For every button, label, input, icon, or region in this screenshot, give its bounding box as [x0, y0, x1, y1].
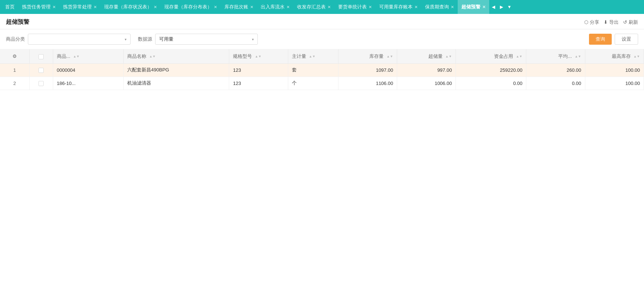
share-icon: ⬡ — [584, 19, 588, 25]
cell-index: 2 — [0, 77, 29, 90]
table-container: ⚙ 商品... ▲▼ 商品名称 ▲▼ 规格型号 ▲▼ — [0, 49, 644, 90]
nav-label-flow: 出入库流水 — [261, 4, 285, 10]
th-avg-label: 平均... — [558, 53, 572, 59]
th-code[interactable]: 商品... ▲▼ — [53, 49, 123, 63]
cell-name: 机油滤清器 — [124, 77, 229, 90]
nav-label-overstock: 超储预警 — [461, 4, 480, 10]
cell-unit: 个 — [288, 77, 338, 90]
nav-item-quality[interactable]: 保质期查询 ✕ — [421, 0, 458, 14]
sort-icon: ▲▼ — [255, 55, 261, 58]
datasource-filter-group: 数据源 可用量 ▾ — [138, 34, 258, 45]
filter-actions: 查询 设置 — [589, 34, 638, 45]
sort-icon: ▲▼ — [73, 55, 80, 58]
nav-label-batch: 库存批次账 — [224, 4, 248, 10]
cell-over: 997.00 — [397, 63, 455, 77]
nav-item-overstock[interactable]: 超储预警 ✕ — [458, 0, 489, 14]
close-icon[interactable]: ✕ — [94, 5, 97, 10]
settings-icon[interactable]: ⚙ — [12, 53, 17, 59]
table-row: 2 186-10... 机油滤清器 123 个 1106.00 1006.00 … — [0, 77, 644, 90]
sort-icon: ▲▼ — [149, 55, 156, 58]
cell-avg: 260.00 — [526, 63, 585, 77]
row-checkbox[interactable] — [39, 81, 44, 86]
th-stock[interactable]: 库存量 ▲▼ — [338, 49, 397, 63]
cell-spec: 123 — [229, 77, 288, 90]
th-avg[interactable]: 平均... ▲▼ — [526, 49, 585, 63]
nav-item-order-stat[interactable]: 要货单统计表 ✕ — [334, 0, 376, 14]
chevron-down-icon: ▾ — [125, 37, 127, 41]
chevron-down-icon: ▾ — [252, 37, 254, 41]
close-icon[interactable]: ✕ — [214, 5, 217, 10]
cell-max: 100.00 — [585, 63, 644, 77]
close-icon[interactable]: ✕ — [286, 5, 290, 10]
th-over-label: 超储量 — [428, 53, 443, 59]
nav-label-order-stat: 要货单统计表 — [338, 4, 367, 10]
nav-item-abnormal[interactable]: 拣货异常处理 ✕ — [59, 0, 100, 14]
nav-item-available[interactable]: 可用量库存账本 ✕ — [376, 0, 421, 14]
close-icon[interactable]: ✕ — [414, 5, 418, 10]
close-icon[interactable]: ✕ — [328, 5, 331, 10]
nav-item-home[interactable]: 首页 — [1, 0, 18, 14]
nav-item-batch[interactable]: 库存批次账 ✕ — [221, 0, 257, 14]
filter-area: 商品分类 ▾ 数据源 可用量 ▾ 查询 设置 — [0, 29, 644, 49]
cell-name: 六配套新昌490BPG — [124, 63, 229, 77]
nav-item-inventory-dist[interactable]: 现存量（库存分布表） ✕ — [161, 0, 221, 14]
close-icon[interactable]: ✕ — [52, 5, 56, 10]
nav-prev-button[interactable]: ◀ — [489, 0, 497, 14]
share-button[interactable]: ⬡ 分享 — [584, 19, 599, 26]
th-max[interactable]: 最高库存 ▲▼ — [585, 49, 644, 63]
sort-icon: ▲▼ — [309, 55, 315, 58]
nav-item-flow[interactable]: 出入库流水 ✕ — [257, 0, 293, 14]
category-select[interactable]: ▾ — [28, 34, 131, 45]
close-icon[interactable]: ✕ — [154, 5, 157, 10]
cell-checkbox — [29, 77, 53, 90]
close-icon[interactable]: ✕ — [451, 5, 454, 10]
th-capital[interactable]: 资金占用 ▲▼ — [456, 49, 526, 63]
sort-icon: ▲▼ — [387, 55, 393, 58]
row-checkbox[interactable] — [39, 68, 44, 73]
nav-label-task: 拣货任务管理 — [22, 4, 51, 10]
category-filter-group: 商品分类 ▾ — [6, 34, 131, 45]
datasource-select-value: 可用量 — [159, 36, 173, 42]
settings-button[interactable]: 设置 — [615, 34, 638, 45]
page-header: 超储预警 ⬡ 分享 ⬇ 导出 ↺ 刷新 — [0, 14, 644, 29]
table-header-row: ⚙ 商品... ▲▼ 商品名称 ▲▼ 规格型号 ▲▼ — [0, 49, 644, 63]
th-capital-label: 资金占用 — [494, 53, 513, 59]
th-spec[interactable]: 规格型号 ▲▼ — [229, 49, 288, 63]
th-spec-label: 规格型号 — [233, 53, 252, 59]
nav-label-home: 首页 — [5, 4, 15, 10]
th-name[interactable]: 商品名称 ▲▼ — [124, 49, 229, 63]
datasource-select[interactable]: 可用量 ▾ — [155, 34, 258, 45]
sort-icon: ▲▼ — [575, 55, 581, 58]
datasource-label: 数据源 — [138, 36, 152, 42]
top-navigation: 首页 拣货任务管理 ✕ 拣货异常处理 ✕ 现存量（库存状况表） ✕ 现存量（库存… — [0, 0, 644, 14]
th-name-label: 商品名称 — [127, 53, 146, 59]
th-over[interactable]: 超储量 ▲▼ — [397, 49, 455, 63]
th-code-label: 商品... — [57, 53, 70, 59]
share-label: 分享 — [590, 19, 599, 26]
th-unit[interactable]: 主计量 ▲▼ — [288, 49, 338, 63]
nav-item-inventory-status[interactable]: 现存量（库存状况表） ✕ — [100, 0, 161, 14]
query-button[interactable]: 查询 — [589, 34, 612, 45]
cell-stock: 1106.00 — [338, 77, 397, 90]
cell-code: 0000004 — [53, 63, 123, 77]
nav-item-task[interactable]: 拣货任务管理 ✕ — [18, 0, 59, 14]
nav-next-button[interactable]: ▶ — [497, 0, 505, 14]
cell-code: 186-10... — [53, 77, 123, 90]
refresh-button[interactable]: ↺ 刷新 — [623, 19, 638, 26]
table-row: 1 0000004 六配套新昌490BPG 123 套 1097.00 997.… — [0, 63, 644, 77]
close-icon[interactable]: ✕ — [250, 5, 253, 10]
nav-label-quality: 保质期查询 — [425, 4, 449, 10]
nav-more-button[interactable]: ▼ — [505, 0, 513, 14]
close-icon[interactable]: ✕ — [482, 5, 486, 10]
overstock-table: ⚙ 商品... ▲▼ 商品名称 ▲▼ 规格型号 ▲▼ — [0, 49, 644, 90]
select-all-checkbox[interactable] — [39, 54, 44, 59]
refresh-icon: ↺ — [623, 19, 627, 25]
th-settings: ⚙ — [0, 49, 29, 63]
th-max-label: 最高库存 — [612, 53, 631, 59]
export-icon: ⬇ — [604, 19, 608, 25]
cell-capital: 0.00 — [456, 77, 526, 90]
export-button[interactable]: ⬇ 导出 — [604, 19, 619, 26]
nav-item-collect[interactable]: 收发存汇总表 ✕ — [293, 0, 334, 14]
close-icon[interactable]: ✕ — [369, 5, 372, 10]
category-label: 商品分类 — [6, 36, 25, 42]
